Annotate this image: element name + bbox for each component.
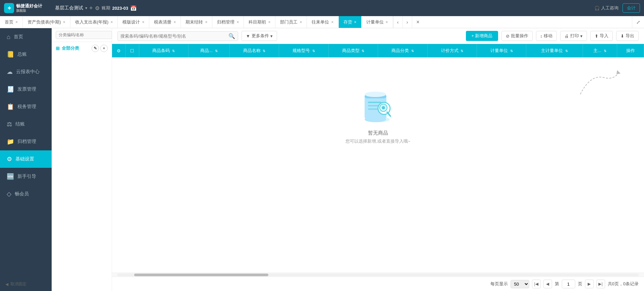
tab-home-close[interactable]: × <box>15 20 18 24</box>
tab-tax-close[interactable]: × <box>173 20 176 24</box>
sort-name-icon[interactable]: ⇅ <box>263 49 265 53</box>
sort-code-icon[interactable]: ⇅ <box>215 49 218 53</box>
tab-expand-btn[interactable]: ⤢ <box>632 16 644 28</box>
export-button[interactable]: ⬇ 导出 <box>616 31 639 41</box>
th-price-method[interactable]: 计价方式 ⇅ <box>427 44 477 57</box>
settings-org-icon[interactable]: ⚙ <box>95 5 100 11</box>
th-type[interactable]: 商品类型 ⇅ <box>328 44 378 57</box>
tab-partner-close[interactable]: × <box>331 20 333 24</box>
sidebar-item-archive[interactable]: 📁 归档管理 <box>0 133 52 150</box>
empty-illustration <box>358 84 398 125</box>
first-page-btn[interactable]: |◀ <box>532 280 541 288</box>
th-name[interactable]: 商品名称 ⇅ <box>229 44 279 57</box>
sidebar-item-basic[interactable]: ⚙ 基础设置 <box>0 150 52 168</box>
th-spec[interactable]: 规格型号 ⇅ <box>279 44 328 57</box>
tab-period[interactable]: 期末结转 × <box>181 16 212 28</box>
tab-archive[interactable]: 归档管理 × <box>212 16 244 28</box>
th-checkbox[interactable]: ☐ <box>125 44 139 57</box>
tab-home[interactable]: 首页 × <box>0 16 23 28</box>
calendar-icon[interactable]: 📅 <box>130 5 137 11</box>
batch-ops-button[interactable]: ⊘ 批量操作 <box>501 31 533 41</box>
sort-category-icon[interactable]: ⇅ <box>411 49 414 53</box>
page-number-input[interactable] <box>562 280 575 288</box>
page-size-select[interactable]: 20 50 100 <box>511 280 529 288</box>
import-button[interactable]: ⬆ 导入 <box>590 31 613 41</box>
sidebar-item-home[interactable]: ⌂ 首页 <box>0 28 52 46</box>
sort-price-icon[interactable]: ⇅ <box>461 49 463 53</box>
sort-col12-icon[interactable]: ⇅ <box>604 49 606 53</box>
main-layout: ⌂ 首页 📒 总账 ☁ 云报表中心 🧾 发票管理 📋 税务管理 ⚖ 结账 📁 归… <box>0 28 644 291</box>
th-col12[interactable]: 主... ⇅ <box>583 44 617 57</box>
tab-subject[interactable]: 科目期初 × <box>244 16 275 28</box>
main-search-input[interactable] <box>120 34 226 39</box>
tab-unit[interactable]: 计量单位 × <box>362 16 393 28</box>
tab-income[interactable]: 收入支出表(年报) × <box>70 16 118 28</box>
tab-next-btn[interactable]: › <box>402 16 412 28</box>
tab-close-all-btn[interactable]: × <box>412 16 424 28</box>
add-org-icon[interactable]: + <box>89 5 93 12</box>
move-button[interactable]: ↕ 移动 <box>536 31 557 41</box>
user-button[interactable]: 会计 <box>623 3 640 13</box>
tab-dept-close[interactable]: × <box>300 20 302 24</box>
sidebar-item-member[interactable]: ◇ 畅会员 <box>0 185 52 203</box>
move-label: 移动 <box>544 33 552 39</box>
next-page-btn[interactable]: ▶ <box>585 280 594 288</box>
horizontal-scrollbar[interactable] <box>112 273 644 277</box>
sidebar-item-settle[interactable]: ⚖ 结账 <box>0 115 52 133</box>
sidebar-unpin[interactable]: ◀ 取消固定 <box>0 277 52 291</box>
th-settings[interactable]: ⚙ <box>112 44 125 57</box>
category-add-btn[interactable]: + <box>100 45 108 52</box>
tab-balance-close[interactable]: × <box>63 20 65 24</box>
tab-home-label: 首页 <box>5 19 13 25</box>
th-barcode[interactable]: 商品条码 ⇅ <box>139 44 188 57</box>
tab-template-close[interactable]: × <box>142 20 144 24</box>
more-filters-button[interactable]: ▼ 更多条件 ▾ <box>241 31 277 41</box>
pagination-bar: 每页显示 20 50 100 |◀ ◀ 第 页 ▶ ▶| 共0页，0条记录 <box>112 277 644 291</box>
tab-unit-close[interactable]: × <box>386 20 388 24</box>
tab-archive-close[interactable]: × <box>236 20 239 24</box>
th-category[interactable]: 商品分类 ⇅ <box>378 44 427 57</box>
th-unit-label: 计量单位 <box>490 48 508 53</box>
sort-unit-icon[interactable]: ⇅ <box>510 49 513 53</box>
tab-income-close[interactable]: × <box>110 20 113 24</box>
tab-balance[interactable]: 资产负债表(中期) × <box>23 16 70 28</box>
tab-prev-btn[interactable]: ‹ <box>393 16 402 28</box>
tab-tax[interactable]: 税表清册 × <box>149 16 181 28</box>
th-code[interactable]: 商品... ⇅ <box>188 44 229 57</box>
page-word: 第 <box>555 281 559 287</box>
last-page-btn[interactable]: ▶| <box>596 280 605 288</box>
scrollbar-thumb[interactable] <box>134 274 268 276</box>
sidebar-item-ledger[interactable]: 📒 总账 <box>0 46 52 63</box>
unpin-icon: ◀ <box>5 282 8 287</box>
main-search-icon[interactable]: 🔍 <box>228 33 235 39</box>
th-category-label: 商品分类 <box>391 48 409 53</box>
sort-barcode-icon[interactable]: ⇅ <box>172 49 175 53</box>
sidebar-item-guide[interactable]: 🆕 新手引导 <box>0 168 52 185</box>
sort-type-icon[interactable]: ⇅ <box>362 49 364 53</box>
tab-template[interactable]: 模版设计 × <box>118 16 149 28</box>
sort-spec-icon[interactable]: ⇅ <box>312 49 315 53</box>
print-button[interactable]: 🖨 打印 ▾ <box>560 31 587 41</box>
th-main-unit[interactable]: 主计量单位 ⇅ <box>526 44 583 57</box>
tab-archive-label: 归档管理 <box>217 19 234 25</box>
sidebar-item-invoice[interactable]: 🧾 发票管理 <box>0 81 52 98</box>
tab-period-close[interactable]: × <box>205 20 207 24</box>
support-button[interactable]: 🎧 人工咨询 <box>594 5 619 11</box>
tab-subject-close[interactable]: × <box>268 20 270 24</box>
tab-partner[interactable]: 往来单位 × <box>307 16 338 28</box>
category-all[interactable]: ⊞ 全部分类 ✎ + <box>52 42 112 55</box>
category-edit-btn[interactable]: ✎ <box>92 45 99 52</box>
export-label: 导出 <box>626 33 634 39</box>
tab-dept[interactable]: 部门员工 × <box>275 16 307 28</box>
empty-title: 暂无商品 <box>368 130 388 136</box>
org-dropdown-arrow[interactable]: ▾ <box>85 6 87 10</box>
add-product-button[interactable]: + 新增商品 <box>466 31 498 41</box>
tab-inventory-close[interactable]: × <box>354 20 357 24</box>
th-unit[interactable]: 计量单位 ⇅ <box>477 44 526 57</box>
sidebar-item-tax[interactable]: 📋 税务管理 <box>0 98 52 115</box>
sort-main-unit-icon[interactable]: ⇅ <box>565 49 568 53</box>
sidebar-item-reports[interactable]: ☁ 云报表中心 <box>0 63 52 81</box>
category-search-input[interactable] <box>56 31 112 39</box>
tab-inventory[interactable]: 存货 × <box>339 16 362 28</box>
prev-page-btn[interactable]: ◀ <box>543 280 552 288</box>
